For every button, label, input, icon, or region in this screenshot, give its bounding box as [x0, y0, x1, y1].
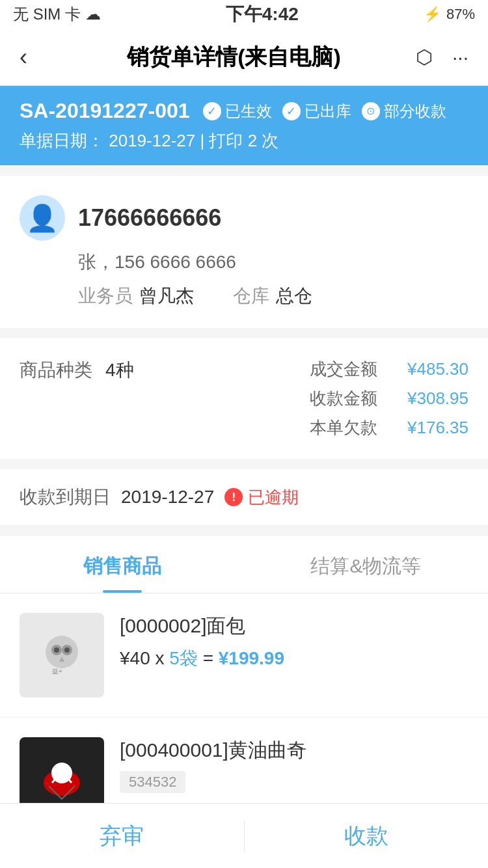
back-button[interactable]: ‹	[20, 44, 52, 71]
tab-products-label: 销售商品	[83, 555, 161, 576]
order-header-row1: SA-20191227-001 ✓ 已生效 ✓ 已出库 ⊙ 部分收款	[20, 99, 468, 123]
status-bar: 无 SIM 卡 ☁ 下午4:42 ⚡ 87%	[0, 0, 488, 29]
product-name-2: [000400001]黄油曲奇	[120, 737, 468, 764]
svg-point-4	[64, 647, 70, 653]
price-qty-1: 5袋	[169, 648, 198, 668]
user-icon: 👤	[26, 203, 59, 234]
price-eq-1: =	[203, 648, 219, 668]
order-header: SA-20191227-001 ✓ 已生效 ✓ 已出库 ⊙ 部分收款 单据日期：…	[0, 86, 488, 165]
separator: |	[200, 131, 209, 150]
product-thumb-1: 益+	[20, 613, 104, 698]
customer-id: 17666666666	[78, 204, 221, 232]
status-left: 无 SIM 卡 ☁	[13, 4, 101, 25]
customer-meta: 业务员 曾凡杰 仓库 总仓	[78, 284, 468, 308]
check-icon-shipped: ✓	[282, 102, 301, 120]
salesperson-item: 业务员 曾凡杰	[78, 284, 194, 308]
order-date: 2019-12-27	[109, 131, 195, 150]
share-icon[interactable]: ⬡	[416, 46, 433, 68]
debt-amount-label: 本单欠款	[310, 416, 377, 439]
badge-partial: ⊙ 部分收款	[362, 101, 446, 122]
badge-shipped-label: 已出库	[305, 101, 351, 122]
warehouse-label: 仓库	[233, 284, 269, 308]
types-label: 商品种类	[20, 358, 92, 383]
due-label: 收款到期日	[20, 485, 111, 509]
debt-amount-value: ¥176.35	[390, 418, 468, 438]
warehouse-value: 总仓	[276, 284, 312, 308]
overdue-icon: !	[224, 488, 243, 506]
confirm-button[interactable]: 收款	[245, 808, 489, 864]
nav-bar: ‹ 销货单详情(来自电脑) ⬡ ···	[0, 29, 488, 86]
nav-actions: ⬡ ···	[416, 46, 468, 68]
customer-section: 👤 17666666666 张，156 6666 6666 业务员 曾凡杰 仓库…	[0, 176, 488, 328]
print-info: 打印 2 次	[209, 131, 278, 150]
customer-row: 👤 17666666666	[20, 195, 468, 241]
product-price-1: ¥40 x 5袋 = ¥199.99	[120, 646, 468, 671]
price-total-1: ¥199.99	[219, 648, 284, 668]
badge-active-label: 已生效	[225, 101, 272, 122]
overdue-badge: ! 已逾期	[224, 486, 299, 509]
salesperson-label: 业务员	[78, 284, 133, 308]
battery-level: 87%	[446, 6, 475, 23]
received-amount-label: 收款金额	[310, 387, 377, 410]
received-amount-row: 收款金额 ¥308.95	[310, 387, 468, 410]
types-value: 4种	[105, 358, 134, 383]
badge-partial-label: 部分收款	[384, 101, 446, 122]
order-date-row: 单据日期： 2019-12-27 | 打印 2 次	[20, 129, 468, 152]
order-id: SA-20191227-001	[20, 99, 190, 123]
tabs-row: 销售商品 结算&物流等	[0, 536, 488, 593]
tab-settlement[interactable]: 结算&物流等	[244, 536, 488, 593]
customer-detail: 张，156 6666 6666	[78, 250, 468, 275]
due-section: 收款到期日 2019-12-27 ! 已逾期	[0, 469, 488, 526]
signal-text: 无 SIM 卡 ☁	[13, 4, 101, 25]
price-base-1: ¥40 x	[120, 648, 169, 668]
deal-amount-value: ¥485.30	[390, 359, 468, 379]
overdue-text: 已逾期	[248, 486, 299, 509]
product-item-1: 益+ [0000002]面包 ¥40 x 5袋 = ¥199.99	[0, 593, 488, 718]
badge-shipped: ✓ 已出库	[282, 101, 351, 122]
warehouse-item: 仓库 总仓	[233, 284, 312, 308]
stats-section: 商品种类 4种 成交金额 ¥485.30 收款金额 ¥308.95 本单欠款 ¥…	[0, 338, 488, 459]
deal-amount-row: 成交金额 ¥485.30	[310, 358, 468, 381]
cancel-button[interactable]: 弃审	[0, 808, 244, 864]
status-badges: ✓ 已生效 ✓ 已出库 ⊙ 部分收款	[203, 101, 446, 122]
page-title: 销货单详情(来自电脑)	[52, 42, 416, 72]
status-time: 下午4:42	[226, 2, 299, 27]
product-info-1: [0000002]面包 ¥40 x 5袋 = ¥199.99	[120, 613, 468, 671]
svg-text:益+: 益+	[52, 668, 62, 675]
svg-point-0	[46, 636, 78, 668]
status-right: ⚡ 87%	[424, 6, 475, 23]
svg-point-3	[54, 647, 59, 653]
more-icon[interactable]: ···	[452, 46, 468, 68]
product-name-1: [0000002]面包	[120, 613, 468, 640]
deal-amount-label: 成交金额	[310, 358, 377, 381]
date-label: 单据日期：	[20, 131, 104, 150]
badge-active: ✓ 已生效	[203, 101, 272, 122]
avatar: 👤	[20, 195, 65, 241]
tab-settlement-label: 结算&物流等	[310, 555, 421, 576]
tabs-section: 销售商品 结算&物流等 益+ [0000002]面包	[0, 536, 488, 847]
salesperson-value: 曾凡杰	[139, 284, 194, 308]
product-types: 商品种类 4种	[20, 358, 134, 383]
due-date-value: 2019-12-27	[121, 487, 214, 508]
financial-stats: 成交金额 ¥485.30 收款金额 ¥308.95 本单欠款 ¥176.35	[310, 358, 468, 439]
tab-products[interactable]: 销售商品	[0, 536, 244, 593]
received-amount-value: ¥308.95	[390, 388, 468, 409]
product-image-cookie	[29, 747, 94, 812]
product-image-owl: 益+	[36, 629, 88, 681]
product-tag-2: 534532	[120, 771, 185, 793]
clock-icon-partial: ⊙	[362, 102, 380, 120]
debt-amount-row: 本单欠款 ¥176.35	[310, 416, 468, 439]
battery-icon: ⚡	[424, 6, 441, 23]
bottom-bar: 弃审 收款	[0, 803, 488, 868]
check-icon-active: ✓	[203, 102, 221, 120]
